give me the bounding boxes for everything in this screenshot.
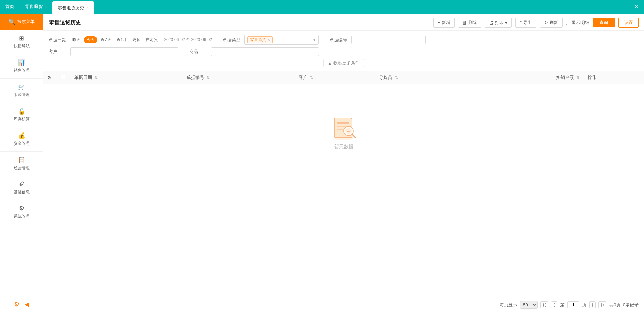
customer-dots: ...	[75, 49, 79, 55]
sidebar-item-finance[interactable]: 💰 资金管理	[0, 127, 43, 152]
per-page-select[interactable]: 50 10 20 100	[520, 301, 538, 309]
sidebar-gear-button[interactable]: ⚙	[14, 300, 19, 308]
goods-select[interactable]: ...	[211, 47, 319, 56]
filter-area: 单据日期 昨天 今天 近7天 近1月 更多 自定义 2023-06-02 至 2…	[43, 31, 644, 71]
setting-button[interactable]: 设置	[618, 18, 639, 28]
display-toggle: 显示明细	[566, 20, 589, 26]
col-customer-label: 客户	[299, 75, 307, 80]
tab-retail-return[interactable]: 零售退货 ×	[20, 0, 52, 14]
page-title: 零售退货历史	[49, 19, 81, 26]
page-next-button[interactable]: ⟩	[589, 301, 596, 308]
col-action: 操作	[583, 71, 644, 84]
content-area: 零售退货历史 + 新增 🗑 删除 🖨 打印 ▾ ⤴	[43, 14, 644, 312]
sidebar-item-quick-nav[interactable]: ⊞ 快捷导航	[0, 30, 43, 54]
col-amount[interactable]: 实销金额 ⇅	[471, 71, 583, 84]
date-options: 昨天 今天 近7天 近1月 更多 自定义	[70, 36, 160, 43]
collapse-row: ▲ 收起更多条件	[49, 59, 639, 67]
doc-type-select[interactable]: 零售退货 ✕ ▾	[244, 35, 319, 45]
doc-no-input[interactable]	[351, 36, 426, 44]
date-opt-7days[interactable]: 近7天	[99, 36, 113, 43]
search-icon: 🔍	[8, 19, 15, 25]
print-button[interactable]: 🖨 打印 ▾	[485, 18, 512, 28]
filter-row-2: 客户 ... 商品 ...	[49, 47, 639, 56]
new-button[interactable]: + 新增	[433, 18, 455, 28]
sidebar-item-ops-mgmt[interactable]: 📋 经营管理	[0, 152, 43, 176]
col-doc-no[interactable]: 单据编号 ⇅	[183, 71, 295, 84]
pagination-total: 共0页, 0条记录	[609, 302, 639, 308]
sidebar-item-purchase-mgmt-label: 采购管理	[14, 92, 30, 98]
collapse-button[interactable]: ▲ 收起更多条件	[323, 59, 364, 67]
sidebar-item-basic-info-label: 基础信息	[14, 189, 30, 195]
svg-rect-4	[337, 126, 347, 127]
finance-icon: 💰	[18, 132, 25, 139]
date-opt-more[interactable]: 更多	[130, 36, 142, 43]
sidebar-search[interactable]: 🔍 搜索菜单	[0, 14, 43, 30]
page-suffix: 页	[582, 302, 587, 308]
tab-retail-return-close[interactable]: ×	[45, 4, 47, 9]
date-opt-1month[interactable]: 近1月	[115, 36, 129, 43]
page-last-button[interactable]: ⟩⟩	[598, 301, 606, 308]
setting-button-label: 设置	[624, 20, 633, 25]
date-opt-today[interactable]: 今天	[84, 36, 97, 43]
display-toggle-checkbox[interactable]	[566, 21, 570, 25]
sidebar-search-label: 搜索菜单	[17, 19, 35, 25]
window-close-button[interactable]: ✕	[634, 3, 639, 10]
page-label: 第	[560, 302, 565, 308]
col-settings[interactable]: ⚙	[43, 71, 57, 84]
page-container: 零售退货历史 + 新增 🗑 删除 🖨 打印 ▾ ⤴	[43, 14, 644, 312]
sidebar-item-basic-info[interactable]: 🗞 基础信息	[0, 176, 43, 200]
col-action-label: 操作	[588, 75, 596, 80]
refresh-button[interactable]: ↻ 刷新	[540, 18, 563, 28]
select-all-checkbox[interactable]	[61, 75, 65, 79]
page-first-button[interactable]: ⟨⟨	[540, 301, 548, 308]
col-date-sort-icon: ⇅	[95, 75, 98, 80]
page-number-input[interactable]	[567, 301, 579, 308]
date-range-display: 2023-06-02 至 2023-06-02	[164, 37, 212, 43]
display-toggle-label: 显示明细	[572, 20, 589, 26]
page-prev-button[interactable]: ⟨	[551, 301, 557, 308]
sidebar-item-sys-mgmt[interactable]: ⚙ 系统管理	[0, 200, 43, 224]
basic-info-icon: 🗞	[19, 181, 25, 188]
col-doc-no-label: 单据编号	[187, 75, 204, 80]
main-layout: 🔍 搜索菜单 ⊞ 快捷导航 📊 销售管理 🛒 采购管理 🔒 库存核算 💰 资金管…	[0, 14, 644, 312]
customer-filter: 客户 ...	[49, 47, 178, 56]
sales-mgmt-icon: 📊	[18, 59, 25, 66]
quick-nav-icon: ⊞	[19, 35, 24, 42]
date-opt-custom[interactable]: 自定义	[144, 36, 160, 43]
date-opt-yesterday[interactable]: 昨天	[70, 36, 82, 43]
col-check[interactable]	[57, 71, 70, 84]
doc-type-remove[interactable]: ✕	[267, 38, 270, 42]
col-amount-label: 实销金额	[556, 75, 574, 80]
sidebar-collapse-button[interactable]: ◀	[25, 300, 29, 308]
ops-mgmt-icon: 📋	[18, 156, 25, 164]
delete-button[interactable]: 🗑 删除	[458, 18, 481, 28]
col-customer-sort-icon: ⇅	[310, 75, 313, 80]
svg-rect-3	[337, 122, 349, 124]
query-button[interactable]: 查询	[593, 18, 615, 27]
refresh-button-label: 刷新	[549, 20, 558, 26]
col-date[interactable]: 单据日期 ⇅	[70, 71, 183, 84]
tab-retail-return-history-close[interactable]: ×	[86, 6, 89, 10]
top-bar: 首页 零售退货 × 零售退货历史 × ✕	[0, 0, 644, 14]
sidebar-item-purchase-mgmt[interactable]: 🛒 采购管理	[0, 79, 43, 103]
top-bar-right: ✕	[634, 3, 644, 10]
sidebar-item-ops-mgmt-label: 经营管理	[14, 165, 30, 171]
collapse-label: 收起更多条件	[333, 60, 360, 66]
col-guide[interactable]: 导购员 ⇅	[375, 71, 471, 84]
goods-filter: 商品 ...	[189, 47, 319, 56]
export-button[interactable]: ⤴ 导出	[515, 18, 536, 28]
col-customer[interactable]: 客户 ⇅	[294, 71, 375, 84]
data-table: ⚙ 单据日期 ⇅ 单据编号 ⇅	[43, 71, 644, 84]
col-date-label: 单据日期	[74, 75, 92, 80]
sidebar-item-finance-label: 资金管理	[14, 141, 30, 147]
tab-retail-return-label: 零售退货	[25, 4, 43, 10]
tab-home[interactable]: 首页	[0, 0, 20, 14]
tab-retail-return-history[interactable]: 零售退货历史 ×	[52, 1, 94, 15]
sidebar-item-quick-nav-label: 快捷导航	[14, 43, 30, 49]
sidebar-item-sales-mgmt[interactable]: 📊 销售管理	[0, 54, 43, 79]
inventory-icon: 🔒	[18, 108, 25, 115]
sidebar-item-inventory[interactable]: 🔒 库存核算	[0, 103, 43, 127]
customer-select[interactable]: ...	[70, 47, 178, 56]
empty-text: 暂无数据	[334, 144, 353, 150]
doc-type-tag: 零售退货 ✕	[247, 36, 273, 43]
